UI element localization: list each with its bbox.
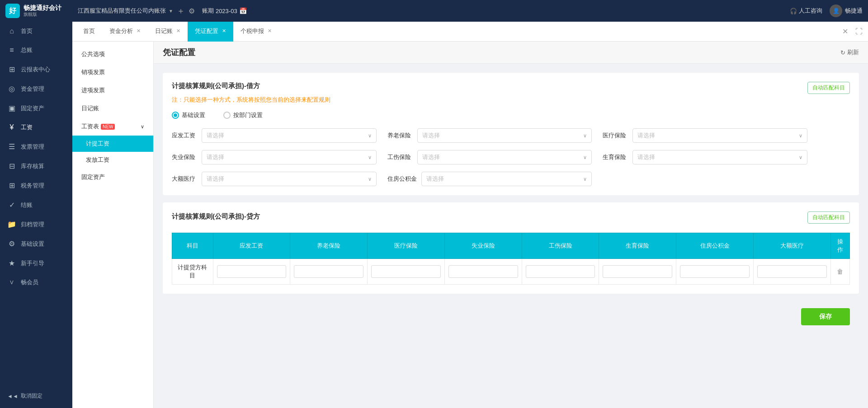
col-subject: 科目 — [172, 233, 213, 259]
sidebar-item-closing[interactable]: ✓ 结账 — [0, 195, 72, 215]
select-base-salary-value: 请选择 — [207, 131, 224, 140]
nav-sales-invoice[interactable]: 销项发票 — [72, 63, 153, 81]
refresh-icon: ↻ — [840, 49, 845, 56]
select-work-injury[interactable]: 请选择 ∨ — [417, 150, 592, 164]
sidebar-item-tax[interactable]: ⊞ 税务管理 — [0, 176, 72, 195]
tab-journal[interactable]: 日记账 ✕ — [148, 22, 188, 42]
tab-funds-label: 资金分析 — [109, 27, 133, 35]
auto-match-credit-button[interactable]: 自动匹配科目 — [807, 211, 850, 224]
sidebar-label-inventory: 库存核算 — [21, 162, 44, 170]
arrow-left-icon: ◄◄ — [7, 393, 18, 399]
tab-home[interactable]: 首页 — [76, 22, 102, 42]
input-unemployment[interactable] — [448, 265, 518, 278]
select-pension[interactable]: 请选择 ∨ — [417, 128, 592, 143]
nav-purchase-invoice[interactable]: 进项发票 — [72, 81, 153, 99]
sidebar-item-salary[interactable]: ¥ 工资 — [0, 118, 72, 137]
period-value: 2023-03 — [216, 8, 237, 14]
settings-icon[interactable]: ⚙ — [189, 7, 195, 15]
cancel-fixed-button[interactable]: ◄◄ 取消固定 — [0, 388, 72, 404]
close-window-icon[interactable]: ✕ — [840, 25, 850, 38]
select-maternity[interactable]: 请选择 ∨ — [632, 150, 807, 164]
main-panel: 凭证配置 ↻ 刷新 计提核算规则(公司承担)-借方 注：只能选择一种方式，系统将… — [154, 42, 868, 408]
tab-voucher-close-icon[interactable]: ✕ — [222, 28, 226, 34]
save-button[interactable]: 保存 — [801, 308, 850, 325]
sidebar-item-ledger[interactable]: ≡ 总账 — [0, 41, 72, 60]
input-housing-fund[interactable] — [680, 265, 750, 278]
debit-note: 注：只能选择一种方式，系统将按照您当前的选择来配置规则 — [172, 96, 807, 104]
sidebar-label-closing: 结账 — [21, 201, 33, 209]
input-base-salary[interactable] — [217, 265, 287, 278]
delete-row-icon[interactable]: 🗑 — [837, 268, 843, 275]
logo-icon: 好 — [5, 4, 20, 18]
auto-match-debit-button[interactable]: 自动匹配科目 — [807, 82, 850, 94]
field-work-injury: 工伤保险 请选择 ∨ — [387, 150, 592, 164]
headset-icon: 🎧 — [790, 8, 797, 14]
cell-pension — [290, 259, 368, 285]
input-pension[interactable] — [294, 265, 363, 278]
radio-dept[interactable]: 按部门设置 — [223, 111, 263, 119]
sidebar-item-funds[interactable]: ◎ 资金管理 — [0, 79, 72, 98]
tab-tax[interactable]: 个税申报 ✕ — [233, 22, 279, 42]
cell-base-salary — [213, 259, 290, 285]
nav-fixed-assets[interactable]: 固定资产 — [72, 168, 153, 186]
input-large-medical[interactable] — [757, 265, 827, 278]
select-large-medical[interactable]: 请选择 ∨ — [202, 172, 377, 186]
tab-funds-analysis[interactable]: 资金分析 ✕ — [102, 22, 148, 42]
nav-pay-salary[interactable]: 发放工资 — [72, 152, 153, 168]
nav-journal[interactable]: 日记账 — [72, 99, 153, 117]
refresh-label: 刷新 — [847, 48, 859, 56]
tab-bar: 首页 资金分析 ✕ 日记账 ✕ 凭证配置 ✕ 个税申报 ✕ ✕ ⛶ — [72, 22, 868, 42]
radio-basic[interactable]: 基础设置 — [172, 111, 205, 119]
input-maternity[interactable] — [603, 265, 672, 278]
tab-tax-close-icon[interactable]: ✕ — [268, 28, 272, 34]
tab-voucher-config[interactable]: 凭证配置 ✕ — [188, 22, 233, 42]
credit-section-title: 计提核算规则(公司承担)-贷方 — [172, 212, 260, 221]
period-area: 账期 2023-03 📅 — [202, 7, 247, 15]
radio-basic-label: 基础设置 — [182, 111, 205, 119]
sidebar-item-inventory[interactable]: ⊟ 库存核算 — [0, 156, 72, 176]
invoice-icon: ☰ — [7, 142, 16, 151]
select-housing-fund[interactable]: 请选择 ∨ — [421, 172, 592, 186]
select-medical[interactable]: 请选择 ∨ — [632, 128, 807, 143]
nav-accrue-salary[interactable]: 计提工资 — [72, 136, 153, 152]
tab-journal-close-icon[interactable]: ✕ — [176, 28, 180, 34]
company-chevron-icon[interactable]: ▼ — [169, 9, 173, 14]
sidebar-item-member[interactable]: V 畅会员 — [0, 273, 72, 292]
label-maternity: 生育保险 — [603, 153, 628, 161]
nav-payroll-table[interactable]: 工资表 NEW ∨ — [72, 117, 153, 136]
sidebar-item-invoice[interactable]: ☰ 发票管理 — [0, 137, 72, 156]
sidebar-item-archive[interactable]: 📁 归档管理 — [0, 215, 72, 234]
chevron-down-icon-3: ∨ — [799, 133, 802, 139]
add-tab-button[interactable]: ＋ — [177, 5, 185, 16]
support-button[interactable]: 🎧 人工咨询 — [790, 7, 822, 15]
tab-funds-close-icon[interactable]: ✕ — [137, 28, 141, 34]
new-badge: NEW — [101, 124, 115, 130]
page-content: 公共选项 销项发票 进项发票 日记账 工资表 NEW ∨ — [72, 42, 868, 408]
calendar-icon[interactable]: 📅 — [239, 7, 247, 14]
sidebar-item-settings[interactable]: ⚙ 基础设置 — [0, 234, 72, 253]
inventory-icon: ⊟ — [7, 162, 16, 170]
input-medical[interactable] — [371, 265, 441, 278]
company-selector[interactable]: 江西服宝精品有限责任公司内账张 ▼ — [78, 7, 173, 15]
content-area: 首页 资金分析 ✕ 日记账 ✕ 凭证配置 ✕ 个税申报 ✕ ✕ ⛶ — [72, 22, 868, 408]
sidebar-item-assets[interactable]: ▣ 固定资产 — [0, 98, 72, 118]
period-label: 账期 — [202, 7, 214, 15]
refresh-button[interactable]: ↻ 刷新 — [840, 48, 859, 56]
sidebar-item-guide[interactable]: ★ 新手引导 — [0, 253, 72, 273]
field-medical: 医疗保险 请选择 ∨ — [603, 128, 807, 143]
nav-public-options[interactable]: 公共选项 — [72, 45, 153, 63]
radio-basic-circle — [172, 112, 179, 119]
sidebar-item-home[interactable]: ⌂ 首页 — [0, 22, 72, 41]
select-large-medical-value: 请选择 — [207, 175, 224, 183]
user-menu[interactable]: 👤 畅捷通 — [830, 5, 863, 17]
nav-journal-label: 日记账 — [81, 104, 99, 113]
maximize-icon[interactable]: ⛶ — [854, 26, 864, 38]
col-pension: 养老保险 — [290, 233, 368, 259]
col-medical: 医疗保险 — [368, 233, 445, 259]
sidebar-item-reports[interactable]: ⊞ 云报表中心 — [0, 60, 72, 79]
input-work-injury[interactable] — [526, 265, 595, 278]
select-unemployment[interactable]: 请选择 ∨ — [202, 150, 377, 164]
select-base-salary[interactable]: 请选择 ∨ — [202, 128, 377, 143]
reports-icon: ⊞ — [7, 65, 16, 74]
credit-section: 计提核算规则(公司承担)-贷方 自动匹配科目 科目 应发工资 养老保险 医疗保险 — [163, 202, 859, 294]
